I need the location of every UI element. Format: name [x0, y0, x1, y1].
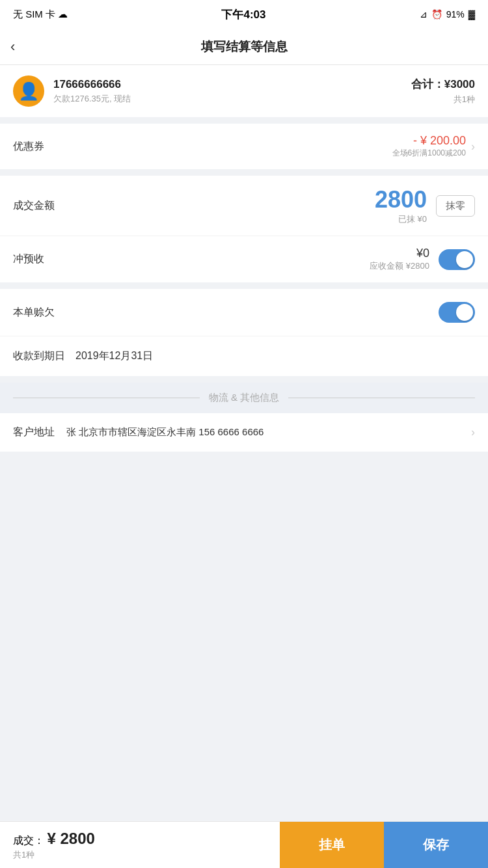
- coupon-row[interactable]: 优惠券 - ¥ 200.00 全场6折满1000减200 ›: [0, 124, 488, 169]
- avatar: 👤: [13, 75, 44, 107]
- deal-prefix: 成交：: [13, 835, 44, 846]
- back-button[interactable]: ‹: [10, 38, 15, 55]
- due-date-row: 收款到期日 2019年12月31日: [0, 336, 488, 376]
- prepay-label: 冲预收: [13, 252, 44, 266]
- prepay-value: ¥0: [370, 247, 429, 260]
- customer-total: 合计：¥3000 共1种: [411, 77, 475, 105]
- due-date-value: 2019年12月31日: [75, 349, 153, 363]
- battery-icon: ▓: [468, 9, 475, 20]
- bottom-summary: 成交： ¥ 2800 共1种: [0, 830, 280, 861]
- prepay-right: ¥0 应收金额 ¥2800: [370, 247, 475, 272]
- total-amount: 合计：¥3000: [411, 77, 475, 92]
- battery-text: 91%: [446, 9, 465, 20]
- hang-order-button[interactable]: 挂单: [280, 822, 384, 869]
- logistics-divider: 物流 & 其他信息: [13, 392, 475, 404]
- prepay-col: ¥0 应收金额 ¥2800: [370, 247, 429, 272]
- address-label: 客户地址: [13, 426, 55, 439]
- logistics-header: 物流 & 其他信息: [0, 383, 488, 413]
- bottom-deal-label: 成交： ¥ 2800: [13, 830, 267, 848]
- deal-amount-label: 成交金额: [13, 199, 55, 213]
- deal-amount-right: 2800 已抹 ¥0 抹零: [375, 186, 475, 225]
- prepay-row: 冲预收 ¥0 应收金额 ¥2800: [0, 236, 488, 282]
- total-count: 共1种: [411, 94, 475, 105]
- sim-signal: 无 SIM 卡 ☁: [13, 8, 68, 21]
- customer-sub: 欠款1276.35元, 现结: [53, 93, 411, 105]
- coupon-desc: 全场6折满1000减200: [392, 148, 466, 159]
- coupon-label: 优惠券: [13, 140, 44, 154]
- due-date-label: 收款到期日: [13, 349, 65, 363]
- bottom-bar: 成交： ¥ 2800 共1种 挂单 保存: [0, 821, 488, 868]
- deal-amount-col: 2800 已抹 ¥0: [375, 186, 427, 225]
- address-value: 张 北京市市辖区海淀区永丰南 156 6666 6666: [66, 425, 471, 440]
- filler-area: [0, 458, 488, 588]
- round-zero-button[interactable]: 抹零: [436, 195, 475, 217]
- coupon-value: - ¥ 200.00: [392, 134, 466, 148]
- status-bar: 无 SIM 卡 ☁ 下午4:03 ⊿ ⏰ 91% ▓: [0, 0, 488, 29]
- alarm-icon: ⏰: [431, 9, 442, 20]
- nav-bar: ‹ 填写结算等信息: [0, 29, 488, 65]
- bottom-amount: ¥ 2800: [47, 830, 94, 847]
- bottom-count: 共1种: [13, 849, 267, 861]
- chevron-right-icon: ›: [471, 140, 475, 154]
- user-icon: 👤: [18, 81, 39, 102]
- toggle-knob: [456, 251, 473, 268]
- status-left: 无 SIM 卡 ☁: [13, 8, 68, 21]
- deal-amount-row: 成交金额 2800 已抹 ¥0 抹零: [0, 176, 488, 236]
- coupon-section: 优惠券 - ¥ 200.00 全场6折满1000减200 ›: [0, 124, 488, 169]
- debt-section: 本单赊欠 收款到期日 2019年12月31日: [0, 289, 488, 376]
- customer-phone: 17666666666: [53, 78, 411, 91]
- address-chevron-icon: ›: [471, 426, 475, 439]
- status-right: ⊿ ⏰ 91% ▓: [420, 9, 475, 20]
- prepay-sub: 应收金额 ¥2800: [370, 260, 429, 272]
- deal-amount-sub: 已抹 ¥0: [375, 213, 427, 225]
- prepay-toggle[interactable]: [439, 249, 475, 270]
- customer-info: 17666666666 欠款1276.35元, 现结: [53, 78, 411, 105]
- address-section: 客户地址 张 北京市市辖区海淀区永丰南 156 6666 6666 ›: [0, 413, 488, 452]
- save-button[interactable]: 保存: [384, 822, 488, 869]
- debt-toggle-knob: [456, 304, 473, 321]
- logistics-label: 物流 & 其他信息: [209, 392, 279, 404]
- customer-row: 👤 17666666666 欠款1276.35元, 现结 合计：¥3000 共1…: [0, 65, 488, 117]
- debt-toggle[interactable]: [439, 302, 475, 323]
- debt-label: 本单赊欠: [13, 306, 55, 319]
- deal-amount-section: 成交金额 2800 已抹 ¥0 抹零 冲预收 ¥0 应收金额 ¥2800: [0, 176, 488, 282]
- status-time: 下午4:03: [221, 7, 265, 22]
- coupon-right: - ¥ 200.00 全场6折满1000减200 ›: [392, 134, 475, 159]
- customer-section: 👤 17666666666 欠款1276.35元, 现结 合计：¥3000 共1…: [0, 65, 488, 117]
- debt-row: 本单赊欠: [0, 289, 488, 336]
- deal-amount-value: 2800: [375, 186, 427, 213]
- address-row[interactable]: 客户地址 张 北京市市辖区海淀区永丰南 156 6666 6666 ›: [0, 413, 488, 452]
- location-icon: ⊿: [420, 9, 427, 20]
- page-title: 填写结算等信息: [201, 38, 288, 55]
